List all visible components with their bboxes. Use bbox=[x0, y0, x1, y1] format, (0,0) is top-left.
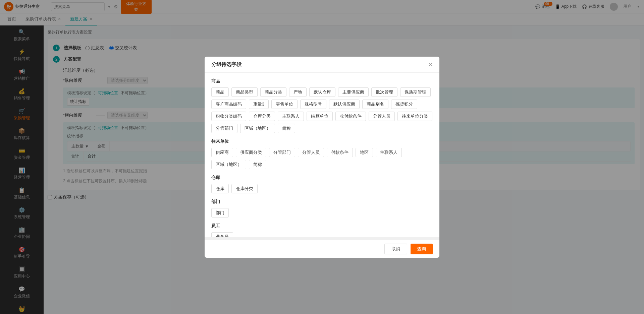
field-chip-payment-cond[interactable]: 付款条件 bbox=[327, 148, 353, 157]
modal-footer: 取消 查询 bbox=[205, 240, 439, 258]
employee-chips: 业务员 bbox=[211, 232, 433, 237]
field-chip-weight3[interactable]: 重量3 bbox=[249, 100, 269, 109]
category-partner-title: 往来单位 bbox=[211, 138, 433, 144]
field-chip-shelf-life[interactable]: 保质期管理 bbox=[400, 87, 431, 97]
modal-close-button[interactable]: ✕ bbox=[428, 61, 433, 68]
field-chip-goods-category[interactable]: 商品分类 bbox=[260, 87, 286, 97]
field-chip-default-warehouse[interactable]: 默认仓库 bbox=[309, 87, 335, 97]
goods-chips: 商品 商品类型 商品分类 产地 默认仓库 主要供应商 批次管理 保质期管理 客户… bbox=[211, 87, 433, 133]
field-chip-region-goods[interactable]: 区域（地区） bbox=[240, 124, 275, 133]
category-employee-title: 员工 bbox=[211, 223, 433, 229]
field-chip-main-contact-partner[interactable]: 主联系人 bbox=[376, 148, 402, 157]
field-chip-main-contact[interactable]: 主联系人 bbox=[278, 112, 304, 121]
partner-chips: 供应商 供应商分类 分管部门 分管人员 付款条件 地区 主联系人 区域（地区） … bbox=[211, 148, 433, 169]
department-chips: 部门 bbox=[211, 208, 433, 217]
category-warehouse-title: 仓库 bbox=[211, 175, 433, 181]
category-goods: 商品 商品 商品类型 商品分类 产地 默认仓库 主要供应商 批次管理 保质期管理… bbox=[211, 78, 433, 133]
category-warehouse: 仓库 仓库 仓库分类 bbox=[211, 175, 433, 193]
field-chip-short-name-goods[interactable]: 简称 bbox=[278, 124, 295, 133]
field-chip-warehouse[interactable]: 仓库 bbox=[211, 184, 229, 193]
modal-header: 分组待选字段 ✕ bbox=[205, 57, 439, 73]
field-chip-retail-unit[interactable]: 零售单位 bbox=[271, 100, 298, 109]
field-selection-modal: 分组待选字段 ✕ 商品 商品 商品类型 商品分类 产地 默认仓库 主要供应商 批… bbox=[205, 57, 439, 258]
field-chip-goods-type[interactable]: 商品类型 bbox=[231, 87, 258, 97]
field-chip-dept-partner[interactable]: 分管部门 bbox=[269, 148, 295, 157]
category-department: 部门 部门 bbox=[211, 199, 433, 217]
field-chip-region-partner[interactable]: 地区 bbox=[356, 148, 373, 157]
field-chip-pick-points[interactable]: 拣货积分 bbox=[391, 100, 417, 109]
cancel-button[interactable]: 取消 bbox=[384, 244, 407, 254]
category-department-title: 部门 bbox=[211, 199, 433, 205]
field-chip-settlement-unit[interactable]: 结算单位 bbox=[307, 112, 333, 121]
modal-title: 分组待选字段 bbox=[211, 61, 241, 68]
field-chip-partner-type[interactable]: 往来单位分类 bbox=[397, 112, 432, 121]
field-chip-warehouse-category[interactable]: 仓库分类 bbox=[249, 112, 275, 121]
category-goods-title: 商品 bbox=[211, 78, 433, 84]
field-chip-dept[interactable]: 部门 bbox=[211, 208, 229, 217]
field-chip-warehouse-cat[interactable]: 仓库分类 bbox=[231, 184, 258, 193]
modal-scroll-bar[interactable] bbox=[205, 237, 439, 240]
field-chip-region-area-partner[interactable]: 区域（地区） bbox=[211, 160, 246, 169]
confirm-button[interactable]: 查询 bbox=[411, 244, 433, 254]
field-chip-tax-code[interactable]: 税收分类编码 bbox=[211, 112, 246, 121]
field-chip-payment-terms[interactable]: 收付款条件 bbox=[335, 112, 366, 121]
field-chip-origin[interactable]: 产地 bbox=[289, 87, 307, 97]
warehouse-chips: 仓库 仓库分类 bbox=[211, 184, 433, 193]
field-chip-customer-code[interactable]: 客户商品编码 bbox=[211, 100, 246, 109]
field-chip-dept-mgr2[interactable]: 分管部门 bbox=[211, 124, 237, 133]
field-chip-dept-manager[interactable]: 分管人员 bbox=[369, 112, 395, 121]
modal-overlay: 分组待选字段 ✕ 商品 商品 商品类型 商品分类 产地 默认仓库 主要供应商 批… bbox=[0, 0, 644, 314]
field-chip-person-partner[interactable]: 分管人员 bbox=[298, 148, 324, 157]
category-employee: 员工 业务员 bbox=[211, 223, 433, 237]
field-chip-default-supplier[interactable]: 默认供应商 bbox=[329, 100, 360, 109]
field-chip-main-supplier[interactable]: 主要供应商 bbox=[338, 87, 369, 97]
category-partner: 往来单位 供应商 供应商分类 分管部门 分管人员 付款条件 地区 主联系人 区域… bbox=[211, 138, 433, 169]
field-chip-supplier-category[interactable]: 供应商分类 bbox=[236, 148, 266, 157]
field-chip-short-name-partner[interactable]: 简称 bbox=[249, 160, 266, 169]
field-chip-batch-mgmt[interactable]: 批次管理 bbox=[371, 87, 397, 97]
field-chip-goods-alias[interactable]: 商品别名 bbox=[362, 100, 388, 109]
modal-body: 商品 商品 商品类型 商品分类 产地 默认仓库 主要供应商 批次管理 保质期管理… bbox=[205, 73, 439, 237]
field-chip-salesman[interactable]: 业务员 bbox=[211, 232, 233, 237]
field-chip-spec-model[interactable]: 规格型号 bbox=[300, 100, 326, 109]
field-chip-goods[interactable]: 商品 bbox=[211, 87, 229, 97]
field-chip-supplier[interactable]: 供应商 bbox=[211, 148, 233, 157]
